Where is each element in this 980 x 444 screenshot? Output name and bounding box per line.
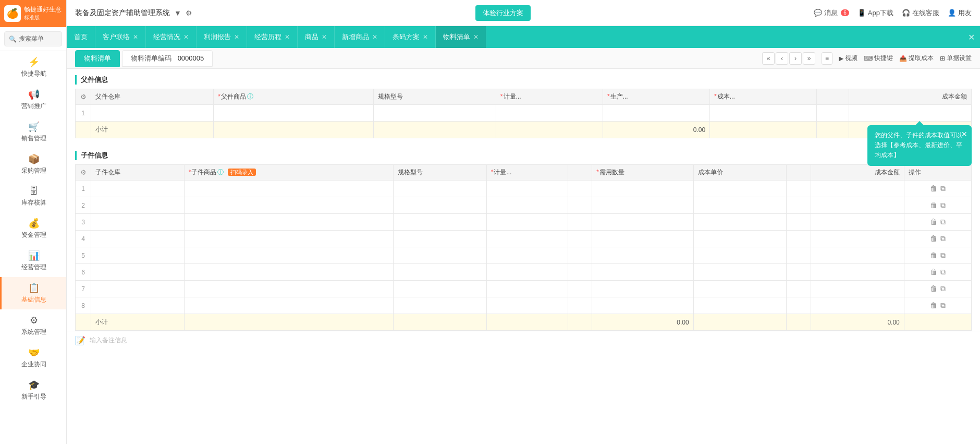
search-menu-button[interactable]: 🔍 搜索菜单 bbox=[4, 31, 62, 46]
settings-gear-icon[interactable]: ⚙ bbox=[186, 9, 192, 17]
parent-amount-cell bbox=[849, 105, 971, 122]
nav-tab-new-goods[interactable]: 新增商品 ✕ bbox=[335, 26, 385, 48]
sidebar-search[interactable]: 🔍 搜索菜单 bbox=[0, 27, 66, 51]
sidebar-item-collab[interactable]: 🤝 企业协同 bbox=[0, 342, 66, 374]
delete-icon[interactable]: 🗑 bbox=[930, 184, 937, 193]
copy-icon[interactable]: ⧉ bbox=[940, 268, 946, 277]
next-next-btn[interactable]: » bbox=[803, 52, 815, 65]
view-btn[interactable]: ▶ 视频 bbox=[839, 54, 858, 63]
child-row1-req-qty[interactable] bbox=[592, 181, 693, 197]
parent-produce-cell[interactable] bbox=[603, 105, 709, 122]
user-btn[interactable]: 👤 用友 bbox=[948, 8, 972, 18]
child-table-row: 6 🗑⧉ bbox=[76, 264, 972, 281]
online-service-btn[interactable]: 🎧 在线客服 bbox=[902, 8, 939, 18]
sidebar-item-system[interactable]: ⚙ 系统管理 bbox=[0, 309, 66, 342]
child-row2-req-qty[interactable] bbox=[592, 197, 693, 214]
nav-tab-profit[interactable]: 利润报告 ✕ bbox=[197, 26, 247, 48]
child-row2-spec[interactable] bbox=[394, 197, 487, 214]
parent-product-cell[interactable] bbox=[214, 105, 373, 122]
extract-cost-btn[interactable]: 📤 提取成本 bbox=[899, 54, 934, 63]
dropdown-icon[interactable]: ▼ bbox=[174, 9, 181, 17]
child-col-unit-price: 成本单价 bbox=[693, 165, 787, 181]
delete-icon[interactable]: 🗑 bbox=[930, 251, 937, 260]
gear-icon[interactable]: ⚙ bbox=[80, 93, 87, 101]
nav-tab-profit-close[interactable]: ✕ bbox=[234, 33, 239, 41]
app-download-btn[interactable]: 📱 App下载 bbox=[858, 8, 893, 18]
next-btn[interactable]: › bbox=[789, 52, 802, 65]
sidebar-item-purchase[interactable]: 📦 采购管理 bbox=[0, 148, 66, 181]
scan-badge[interactable]: 扫码录入 bbox=[228, 169, 256, 176]
prev-prev-btn[interactable]: « bbox=[762, 52, 775, 65]
child-row2-warehouse[interactable] bbox=[91, 197, 185, 214]
child-row1-spec[interactable] bbox=[394, 181, 487, 197]
copy-icon[interactable]: ⧉ bbox=[940, 234, 946, 243]
copy-icon[interactable]: ⧉ bbox=[940, 251, 946, 260]
parent-cost-cell[interactable] bbox=[710, 105, 817, 122]
nav-tab-customers[interactable]: 客户联络 ✕ bbox=[95, 26, 146, 48]
delete-icon[interactable]: 🗑 bbox=[930, 268, 937, 277]
sidebar-item-basic-info[interactable]: 📋 基础信息 bbox=[0, 277, 66, 309]
child-row1-unit[interactable] bbox=[486, 181, 568, 197]
child-row1-num: 1 bbox=[76, 181, 91, 197]
nav-tab-bom-close[interactable]: ✕ bbox=[473, 33, 479, 41]
sidebar-item-marketing[interactable]: 📢 营销推广 bbox=[0, 83, 66, 116]
sidebar-item-finance[interactable]: 💰 资金管理 bbox=[0, 212, 66, 245]
nav-tab-goods-close[interactable]: ✕ bbox=[322, 33, 327, 41]
child-row1-product[interactable] bbox=[184, 181, 393, 197]
page-tab-bom-list[interactable]: 物料清单 bbox=[75, 50, 120, 67]
page-tab-bom-code[interactable]: 物料清单编码 0000005 bbox=[122, 50, 213, 67]
note-placeholder[interactable]: 输入备注信息 bbox=[90, 336, 127, 345]
child-row1-warehouse[interactable] bbox=[91, 181, 185, 197]
tooltip-close-btn[interactable]: ✕ bbox=[961, 128, 967, 140]
sidebar-item-operations[interactable]: 📊 经营管理 bbox=[0, 245, 66, 277]
delete-icon[interactable]: 🗑 bbox=[930, 201, 937, 210]
child-col-action: 操作 bbox=[904, 165, 971, 181]
sidebar-item-quicknav[interactable]: ⚡ 快捷导航 bbox=[0, 51, 66, 83]
nav-tab-history[interactable]: 经营历程 ✕ bbox=[247, 26, 298, 48]
nav-tab-home-label: 首页 bbox=[74, 32, 88, 42]
nav-tab-home[interactable]: 首页 bbox=[67, 26, 95, 48]
child-row2-unit[interactable] bbox=[486, 197, 568, 214]
nav-tab-operations[interactable]: 经营情况 ✕ bbox=[146, 26, 197, 48]
nav-tab-history-close[interactable]: ✕ bbox=[285, 33, 290, 41]
gear-icon-child[interactable]: ⚙ bbox=[80, 169, 87, 176]
grid-view-btn[interactable]: ≡ bbox=[822, 52, 832, 65]
try-btn[interactable]: 体验行业方案 bbox=[475, 5, 531, 21]
child-row2-amount bbox=[811, 197, 904, 214]
child-row2-product[interactable] bbox=[184, 197, 393, 214]
system-title-text: 装备及固定资产辅助管理系统 bbox=[75, 8, 170, 18]
delete-icon[interactable]: 🗑 bbox=[930, 218, 937, 226]
delete-icon[interactable]: 🗑 bbox=[930, 301, 937, 310]
nav-tab-barcode-close[interactable]: ✕ bbox=[423, 33, 428, 41]
nav-tab-operations-close[interactable]: ✕ bbox=[183, 33, 189, 41]
nav-tab-goods[interactable]: 商品 ✕ bbox=[298, 26, 335, 48]
sidebar-item-sales[interactable]: 🛒 销售管理 bbox=[0, 116, 66, 148]
nav-tab-customers-close[interactable]: ✕ bbox=[133, 33, 138, 41]
parent-unit-cell[interactable] bbox=[496, 105, 603, 122]
sidebar-item-inventory[interactable]: 🗄 库存核算 bbox=[0, 181, 66, 212]
shortcut-btn[interactable]: ⌨ 快捷键 bbox=[864, 54, 893, 63]
copy-icon[interactable]: ⧉ bbox=[940, 184, 946, 193]
close-all-button[interactable]: ✕ bbox=[963, 32, 980, 42]
parent-section-title: 父件信息 bbox=[75, 75, 972, 85]
nav-tab-new-goods-close[interactable]: ✕ bbox=[372, 33, 377, 41]
prev-btn[interactable]: ‹ bbox=[776, 52, 788, 65]
nav-tab-barcode[interactable]: 条码方案 ✕ bbox=[385, 26, 436, 48]
copy-icon[interactable]: ⧉ bbox=[940, 218, 946, 226]
copy-icon[interactable]: ⧉ bbox=[940, 284, 946, 293]
parent-spec-cell[interactable] bbox=[373, 105, 496, 122]
copy-icon[interactable]: ⧉ bbox=[940, 201, 946, 210]
child-row2-unit-price[interactable] bbox=[693, 197, 787, 214]
sidebar-item-guide[interactable]: 🎓 新手引导 bbox=[0, 374, 66, 406]
child-row1-unit-price[interactable] bbox=[693, 181, 787, 197]
message-btn[interactable]: 💬 消息 6 bbox=[814, 8, 849, 18]
parent-warehouse-cell[interactable] bbox=[91, 105, 214, 122]
parent-subtotal-c4 bbox=[496, 122, 603, 138]
child-col-amount: 成本金额 bbox=[811, 165, 904, 181]
delete-icon[interactable]: 🗑 bbox=[930, 234, 937, 243]
single-setting-btn[interactable]: ⊞ 单据设置 bbox=[940, 54, 972, 63]
nav-tab-bom[interactable]: 物料清单 ✕ bbox=[436, 26, 486, 48]
sidebar-nav: ⚡ 快捷导航 📢 营销推广 🛒 销售管理 📦 采购管理 🗄 库存核算 💰 资金管… bbox=[0, 51, 66, 444]
delete-icon[interactable]: 🗑 bbox=[930, 284, 937, 293]
copy-icon[interactable]: ⧉ bbox=[940, 301, 946, 310]
